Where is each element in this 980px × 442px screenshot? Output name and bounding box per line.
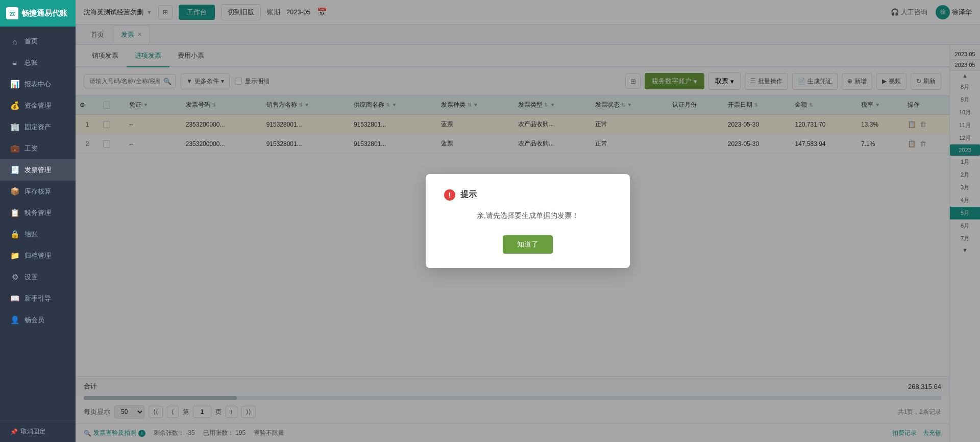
sidebar-item-assets[interactable]: 🏢 固定资产	[0, 116, 76, 138]
modal-message: 亲,请先选择要生成单据的发票！	[477, 210, 579, 221]
sidebar-item-label: 新手引导	[24, 294, 51, 303]
sidebar-item-guide[interactable]: 📖 新手引导	[0, 288, 76, 309]
sidebar-item-member[interactable]: 👤 畅会员	[0, 309, 76, 331]
invoices-icon: 🧾	[10, 165, 19, 175]
logo-text: 畅捷通易代账	[21, 9, 67, 18]
sidebar-item-tax[interactable]: 📋 税务管理	[0, 202, 76, 224]
sidebar-item-settings[interactable]: ⚙ 设置	[0, 266, 76, 288]
member-icon: 👤	[10, 315, 19, 325]
sidebar-item-label: 发票管理	[24, 165, 51, 175]
ledger-icon: ≡	[10, 59, 19, 67]
sidebar-item-reports[interactable]: 📊 报表中心	[0, 73, 76, 95]
sidebar-item-label: 设置	[24, 273, 38, 282]
inventory-icon: 📦	[10, 187, 19, 196]
sidebar-item-label: 工资	[24, 144, 38, 153]
sidebar-nav: ⌂ 首页 ≡ 总账 📊 报表中心 💰 资金管理 🏢 固定资产 💼 工资 🧾 发票…	[0, 27, 76, 421]
sidebar-item-label: 结账	[24, 230, 38, 239]
main-area: 沈海英测试经营勿删 ▼ ⊞ 工作台 切到旧版 账期 2023-05 📅 🎧 人工…	[76, 0, 980, 442]
sidebar-item-label: 税务管理	[24, 208, 51, 217]
home-icon: ⌂	[10, 37, 19, 46]
salary-icon: 💼	[10, 144, 19, 153]
cancel-pin-btn[interactable]: 📌 取消固定	[0, 421, 76, 442]
guide-icon: 📖	[10, 294, 19, 303]
sidebar-item-label: 首页	[24, 37, 38, 46]
tax-icon: 📋	[10, 208, 19, 217]
modal-dialog: ! 提示 亲,请先选择要生成单据的发票！ 知道了	[426, 174, 630, 268]
sidebar-item-label: 库存核算	[24, 187, 51, 196]
modal-header: ! 提示	[444, 189, 477, 201]
funds-icon: 💰	[10, 101, 19, 110]
sidebar-item-label: 归档管理	[24, 251, 51, 260]
modal-overlay: ! 提示 亲,请先选择要生成单据的发票！ 知道了	[76, 0, 980, 442]
sidebar-item-label: 固定资产	[24, 122, 51, 132]
sidebar-item-inventory[interactable]: 📦 库存核算	[0, 181, 76, 202]
sidebar-item-invoices[interactable]: 🧾 发票管理	[0, 159, 76, 181]
sidebar-item-ledger[interactable]: ≡ 总账	[0, 52, 76, 73]
logo-icon: 云	[6, 7, 18, 19]
archive-icon: 📁	[10, 251, 19, 260]
sidebar-item-home[interactable]: ⌂ 首页	[0, 31, 76, 52]
modal-ok-button[interactable]: 知道了	[503, 235, 553, 254]
assets-icon: 🏢	[10, 122, 19, 132]
sidebar-item-funds[interactable]: 💰 资金管理	[0, 95, 76, 116]
sidebar: 云 畅捷通易代账 ⌂ 首页 ≡ 总账 📊 报表中心 💰 资金管理 🏢 固定资产 …	[0, 0, 76, 442]
sidebar-item-label: 资金管理	[24, 101, 51, 110]
sidebar-logo: 云 畅捷通易代账	[0, 0, 76, 27]
sidebar-item-archive[interactable]: 📁 归档管理	[0, 245, 76, 266]
cancel-pin-label: 取消固定	[21, 427, 45, 436]
warning-icon: !	[444, 189, 455, 201]
pin-icon: 📌	[10, 428, 18, 435]
sidebar-item-salary[interactable]: 💼 工资	[0, 138, 76, 159]
sidebar-item-label: 总账	[24, 58, 38, 67]
modal-title: 提示	[460, 189, 477, 200]
closing-icon: 🔒	[10, 230, 19, 239]
reports-icon: 📊	[10, 80, 19, 89]
sidebar-item-label: 畅会员	[24, 315, 44, 325]
sidebar-item-label: 报表中心	[24, 80, 51, 89]
settings-icon: ⚙	[10, 273, 19, 282]
sidebar-item-closing[interactable]: 🔒 结账	[0, 224, 76, 245]
